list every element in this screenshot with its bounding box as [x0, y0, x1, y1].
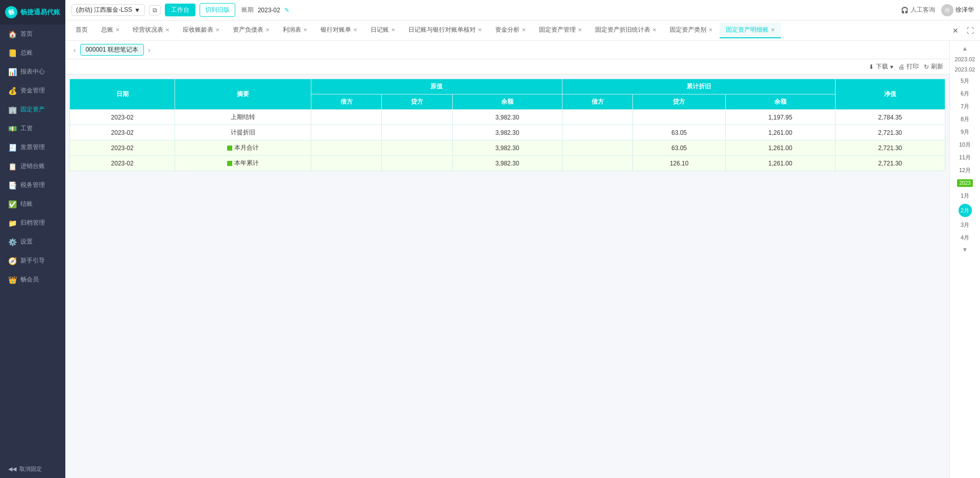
- user-info[interactable]: 徐 徐泽华: [941, 4, 974, 16]
- nav-prev-arrow[interactable]: ‹: [71, 45, 78, 55]
- tab-close-icon[interactable]: ✕: [353, 27, 357, 33]
- tab-close-icon[interactable]: ✕: [771, 27, 775, 33]
- refresh-button[interactable]: ↻ 刷新: [924, 62, 943, 71]
- unpin-label: 取消固定: [19, 465, 42, 473]
- scroll-up-arrow[interactable]: ▲: [960, 43, 970, 54]
- chevron-down-icon: ▼: [134, 7, 140, 14]
- tab-close-icon[interactable]: ✕: [652, 27, 656, 33]
- period-edit-icon[interactable]: ✎: [284, 7, 289, 14]
- sidebar-item-label: 税务管理: [20, 181, 45, 189]
- green-square-icon: [227, 146, 232, 151]
- th-original-value: 原值: [311, 79, 562, 94]
- toolbar: ⬇ 下载 ▾ 🖨 打印 ↻ 刷新: [65, 59, 949, 75]
- sidebar-item-ledger[interactable]: 📒 总账: [0, 43, 65, 62]
- sidebar-item-settings[interactable]: ⚙️ 设置: [0, 232, 65, 251]
- date-month-1[interactable]: 1月: [950, 189, 980, 202]
- td-orig-credit-2: [382, 140, 452, 156]
- maximize-icon[interactable]: ⛶: [965, 25, 976, 37]
- tab-asset-category[interactable]: 固定资产类别 ✕: [664, 22, 719, 38]
- date-month-8[interactable]: 8月: [950, 113, 980, 126]
- td-desc-0: 上期结转: [175, 110, 311, 125]
- date-month-5[interactable]: 5月: [950, 75, 980, 87]
- sidebar-item-settlement[interactable]: ✅ 结账: [0, 195, 65, 213]
- tab-close-icon[interactable]: ✕: [708, 27, 713, 33]
- date-month-11[interactable]: 11月: [950, 151, 980, 164]
- th-accum-balance: 余额: [725, 94, 835, 110]
- tab-label: 应收账龄表: [183, 26, 213, 34]
- sidebar-item-funds[interactable]: 💰 资金管理: [0, 81, 65, 100]
- date-month-12[interactable]: 12月: [950, 164, 980, 177]
- period-label: 账期: [241, 6, 254, 14]
- date-month-6[interactable]: 6月: [950, 87, 980, 100]
- print-button[interactable]: 🖨 打印: [898, 62, 919, 71]
- sidebar-item-label: 报表中心: [20, 67, 45, 76]
- copy-button[interactable]: ⧉: [149, 5, 161, 15]
- td-desc-1: 计提折旧: [175, 125, 311, 140]
- date-month-7[interactable]: 7月: [950, 100, 980, 113]
- tab-business-status[interactable]: 经营状况表 ✕: [127, 22, 176, 38]
- date-month-10[interactable]: 10月: [950, 138, 980, 151]
- td-net-value-1: 2,721.30: [835, 125, 945, 140]
- tab-bank-statement[interactable]: 银行对账单 ✕: [314, 22, 363, 38]
- sidebar-item-tax[interactable]: 📑 税务管理: [0, 176, 65, 195]
- workbench-button[interactable]: 工作台: [165, 4, 195, 16]
- th-orig-credit: 贷方: [382, 94, 452, 110]
- sidebar-item-guide[interactable]: 🧭 新手引导: [0, 251, 65, 270]
- tab-journal-bank-check[interactable]: 日记账与银行对账单核对 ✕: [402, 22, 488, 38]
- asset-tag[interactable]: 000001 联想笔记本: [80, 44, 144, 56]
- tab-close-icon[interactable]: ✕: [115, 27, 119, 33]
- sidebar-item-reports[interactable]: 📊 报表中心: [0, 62, 65, 81]
- sidebar-item-invoice[interactable]: 🧾 发票管理: [0, 138, 65, 157]
- tab-profit[interactable]: 利润表 ✕: [277, 22, 313, 38]
- tab-fund-analysis[interactable]: 资金分析 ✕: [489, 22, 532, 38]
- active-month-wrapper: 2月: [950, 202, 980, 219]
- td-orig-credit-1: [382, 125, 452, 140]
- date-month-3[interactable]: 3月: [950, 219, 980, 231]
- tab-close-icon[interactable]: ✕: [391, 27, 395, 33]
- asset-name-text: 联想笔记本: [108, 46, 138, 53]
- tab-close-icon[interactable]: ✕: [522, 27, 526, 33]
- tab-journal[interactable]: 日记账 ✕: [364, 22, 401, 38]
- archive-icon: 📁: [8, 219, 16, 227]
- tab-close-icon[interactable]: ✕: [578, 27, 582, 33]
- sidebar-item-home[interactable]: 🏠 首页: [0, 25, 65, 43]
- tab-label: 总账: [101, 26, 113, 34]
- nav-next-arrow[interactable]: ›: [146, 45, 153, 55]
- sidebar-item-sales-ledger[interactable]: 📋 进销台账: [0, 157, 65, 176]
- sidebar-item-member[interactable]: 👑 畅会员: [0, 270, 65, 289]
- sidebar-item-fixed-assets[interactable]: 🏢 固定资产: [0, 100, 65, 119]
- tab-home[interactable]: 首页: [69, 22, 94, 38]
- tab-fixed-mgmt[interactable]: 固定资产管理 ✕: [533, 22, 588, 38]
- tab-close-icon[interactable]: ✕: [265, 27, 270, 33]
- tab-close-icon[interactable]: ✕: [478, 27, 482, 33]
- th-accum-credit: 贷方: [633, 94, 725, 110]
- asset-code: 000001: [86, 46, 106, 53]
- tab-ledger[interactable]: 总账 ✕: [95, 22, 126, 38]
- td-date-3: 2023-02: [70, 156, 175, 171]
- close-all-icon[interactable]: ✕: [950, 25, 961, 37]
- tab-label: 日记账: [371, 26, 389, 34]
- sidebar-unpin[interactable]: ◀◀ 取消固定: [0, 460, 65, 478]
- pin-icon: ◀◀: [8, 466, 16, 472]
- tab-close-icon[interactable]: ✕: [215, 27, 219, 33]
- logo-icon: 畅: [5, 6, 17, 18]
- tab-receivable[interactable]: 应收账龄表 ✕: [177, 22, 226, 38]
- tab-balance-sheet[interactable]: 资产负债表 ✕: [227, 22, 276, 38]
- help-button[interactable]: 🎧 人工客询: [901, 6, 935, 14]
- sidebar-item-salary[interactable]: 💵 工资: [0, 119, 65, 138]
- switch-old-button[interactable]: 切到旧版: [200, 3, 235, 17]
- date-month-4[interactable]: 4月: [950, 231, 980, 244]
- tab-close-icon[interactable]: ✕: [303, 27, 307, 33]
- scroll-down-arrow[interactable]: ▼: [960, 244, 970, 255]
- tab-asset-detail[interactable]: 固定资产明细账 ✕: [720, 22, 781, 38]
- date-month-9[interactable]: 9月: [950, 126, 980, 138]
- td-accum-balance-1: 1,261.00: [725, 125, 835, 140]
- tab-close-icon[interactable]: ✕: [165, 27, 169, 33]
- date-month-2-active[interactable]: 2月: [959, 204, 972, 217]
- tab-label: 银行对账单: [321, 26, 351, 34]
- tab-label: 资金分析: [495, 26, 520, 34]
- sidebar-item-archive[interactable]: 📁 归档管理: [0, 213, 65, 232]
- company-selector[interactable]: (勿动) 江西服金-LSS ▼: [71, 4, 145, 16]
- tab-depreciation-stat[interactable]: 固定资产折旧统计表 ✕: [589, 22, 663, 38]
- download-button[interactable]: ⬇ 下载 ▾: [869, 62, 893, 71]
